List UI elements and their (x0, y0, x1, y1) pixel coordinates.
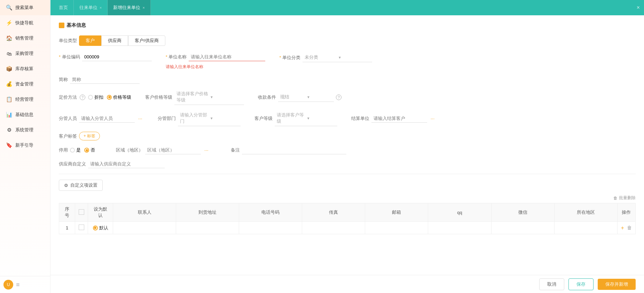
sidebar-item-label: 经营管理 (15, 96, 33, 103)
customer-level-label: 客户等级 (254, 115, 273, 122)
sidebar-item-purchase[interactable]: 🛍 采购管理 (0, 46, 50, 61)
sidebar-item-inventory[interactable]: 📦 库存核算 (0, 61, 50, 76)
add-tag-button[interactable]: + 标签 (79, 132, 100, 140)
region-input[interactable] (145, 146, 201, 154)
settlement-input[interactable] (371, 114, 427, 123)
region-label: 区域（地区） (116, 147, 143, 153)
sidebar-item-search[interactable]: 🔍 搜索菜单 (0, 0, 50, 15)
td-region[interactable] (554, 222, 617, 234)
payment-terms-select[interactable]: 现结 ▼ (278, 92, 334, 102)
pricing-method-label: 定价方法 (59, 94, 77, 100)
sidebar-item-label: 库存核算 (15, 66, 33, 72)
tag-field: 客户标签 + 标签 (59, 132, 100, 140)
sidebar-item-operations[interactable]: 📋 经营管理 (0, 92, 50, 107)
remark-label: 备注 (231, 147, 240, 153)
td-address[interactable] (176, 222, 239, 234)
unit-type-row: 单位类型 客户 供应商 客户/供应商 (59, 35, 636, 46)
radio-discount-label: 折扣 (94, 94, 103, 100)
cancel-button[interactable]: 取消 (539, 278, 564, 290)
td-qq[interactable] (428, 222, 491, 234)
tab-home[interactable]: 首页 (53, 0, 74, 15)
payment-help-icon[interactable]: ? (336, 95, 341, 100)
customer-level-select[interactable]: 请选择客户等级 ▼ (275, 111, 337, 126)
supplier-custom-row: 供应商自定义 (59, 160, 636, 168)
short-name-input[interactable] (70, 75, 140, 84)
region-more-icon[interactable]: ··· (203, 147, 210, 153)
category-chevron-icon: ▼ (338, 56, 370, 59)
pricing-help-icon[interactable]: ? (80, 95, 85, 100)
phone-input[interactable] (243, 225, 298, 230)
tab-partners[interactable]: 往来单位 × (74, 0, 108, 15)
row-checkbox[interactable] (79, 225, 84, 230)
batch-delete-button[interactable]: 🗑 批量删除 (613, 195, 636, 201)
customer-price-level-select[interactable]: 请选择客户价格等级 ▼ (174, 89, 244, 105)
sidebar-item-label: 资金管理 (15, 81, 33, 87)
default-radio[interactable]: 默认 (92, 225, 109, 231)
department-select[interactable]: 请输入分管部门 ▼ (178, 111, 241, 126)
manager-more-icon[interactable]: ··· (137, 116, 144, 121)
sidebar-item-guide[interactable]: 🔖 新手引导 (0, 138, 50, 153)
tab-new-partner-close[interactable]: × (142, 6, 144, 10)
radio-yes[interactable]: 是 (70, 147, 81, 153)
custom-settings-button[interactable]: ⚙ 自定义项设置 (59, 180, 103, 191)
unit-btn-customer[interactable]: 客户 (79, 35, 101, 46)
manager-input[interactable] (79, 114, 135, 123)
tab-partners-close[interactable]: × (100, 6, 102, 10)
qq-input[interactable] (432, 225, 487, 230)
td-phone[interactable] (239, 222, 302, 234)
radio-no-circle (84, 148, 89, 153)
contact-input[interactable] (117, 225, 172, 230)
sidebar-item-quick-nav[interactable]: ⚡ 快捷导航 (0, 15, 50, 31)
department-field: 分管部门 请输入分管部门 ▼ (158, 111, 241, 126)
unit-category-select[interactable]: 未分类 ▼ (303, 53, 372, 62)
select-all-checkbox[interactable] (79, 209, 84, 215)
address-input[interactable] (180, 225, 235, 230)
price-level-chevron: ▼ (210, 95, 242, 99)
remark-input[interactable] (242, 146, 346, 154)
radio-no[interactable]: 否 (84, 147, 95, 153)
unit-btn-both[interactable]: 客户/供应商 (128, 35, 165, 46)
tab-new-partner[interactable]: 新增往来单位 × (108, 0, 150, 15)
supplier-custom-input[interactable] (88, 160, 165, 168)
unit-name-input[interactable] (189, 53, 265, 61)
sidebar-item-sales[interactable]: 🏠 销售管理 (0, 31, 50, 46)
sidebar-item-finance[interactable]: 💰 资金管理 (0, 76, 50, 92)
expand-icon[interactable]: ≡ (16, 281, 20, 288)
disabled-radio-group: 是 否 (70, 147, 95, 153)
purchase-icon: 🛍 (6, 50, 13, 57)
radio-discount-circle (88, 95, 93, 100)
wechat-input[interactable] (495, 225, 551, 230)
settlement-more-icon[interactable]: ··· (429, 116, 436, 121)
td-fax[interactable] (302, 222, 365, 234)
save-button[interactable]: 保存 (568, 278, 594, 290)
save-and-new-button[interactable]: 保存并新增 (598, 279, 636, 290)
add-row-icon[interactable]: + (621, 225, 624, 231)
td-contact[interactable] (113, 222, 176, 234)
fax-input[interactable] (306, 225, 361, 230)
radio-discount[interactable]: 折扣 (88, 94, 103, 100)
th-actions: 操作 (617, 203, 635, 222)
radio-price-level[interactable]: 价格等级 (107, 94, 131, 100)
region-table-input[interactable] (558, 225, 614, 230)
delete-row-icon[interactable]: 🗑 (627, 225, 632, 231)
tab-partners-label: 往来单位 (79, 5, 97, 11)
window-close-button[interactable]: × (637, 5, 640, 11)
td-email[interactable] (365, 222, 428, 234)
th-qq: qq (428, 203, 491, 222)
email-input[interactable] (369, 225, 424, 230)
sidebar-item-system[interactable]: ⚙ 系统管理 (0, 122, 50, 138)
unit-category-value: 未分类 (305, 54, 337, 60)
manager-row: 分管人员 ··· 分管部门 请输入分管部门 ▼ 客户等级 请选择客户等级 ▼ 结… (59, 111, 636, 126)
guide-icon: 🔖 (6, 142, 13, 149)
unit-code-input[interactable] (82, 53, 152, 61)
short-name-field: 简称 (59, 75, 140, 84)
main-area: 首页 往来单位 × 新增往来单位 × × 基本信息 单位类型 客户 供应商 客户… (50, 0, 644, 293)
sidebar-item-basic-info[interactable]: 📊 基础信息 (0, 107, 50, 122)
disabled-label: 停用 (59, 147, 68, 153)
unit-name-field: * 单位名称 请输入往来单位名称 (166, 53, 266, 70)
th-contact: 联系人 (113, 203, 176, 222)
unit-btn-supplier[interactable]: 供应商 (101, 35, 128, 46)
pricing-radio-group: 折扣 价格等级 (88, 94, 131, 100)
td-wechat[interactable] (491, 222, 554, 234)
customer-level-placeholder: 请选择客户等级 (277, 112, 305, 124)
